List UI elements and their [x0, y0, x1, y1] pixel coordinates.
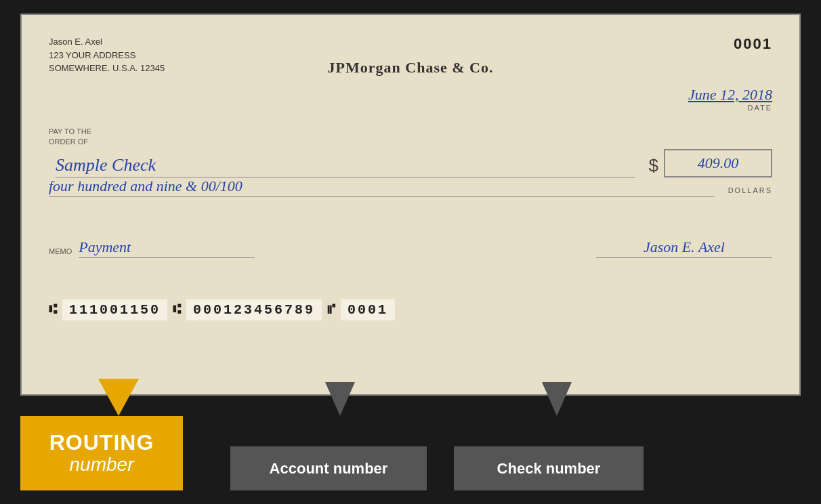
memo-left: MEMO Payment — [49, 238, 596, 258]
check-arrow — [542, 382, 572, 416]
micr-check-number: 0001 — [341, 299, 395, 320]
micr-section: ⑆ 111001150 ⑆ 000123456789 ⑈ 0001 — [49, 299, 772, 320]
check-body: 0001 Jason E. Axel 123 YOUR ADDRESS SOME… — [20, 14, 801, 396]
pay-to-label: PAY TO THE ORDER OF — [49, 127, 772, 148]
amount-words-section: four hundred and nine & 00/100 DOLLARS — [49, 177, 772, 197]
date-label: DATE — [688, 104, 772, 112]
pay-to-section: PAY TO THE ORDER OF Sample Check $ 409.0… — [49, 127, 772, 177]
signature-line: Jason E. Axel — [596, 238, 772, 258]
check-number-label-box: Check number — [454, 446, 644, 490]
address-line1: 123 YOUR ADDRESS — [49, 49, 165, 62]
micr-routing-number: 111001150 — [62, 299, 167, 320]
routing-label-top: ROUTING — [49, 431, 154, 455]
amount-words: four hundred and nine & 00/100 — [49, 177, 715, 197]
micr-routing-symbol-left: ⑆ — [49, 302, 57, 318]
micr-account-number: 000123456789 — [186, 299, 322, 320]
address-block: Jason E. Axel 123 YOUR ADDRESS SOMEWHERE… — [49, 35, 165, 75]
memo-value: Payment — [79, 238, 255, 258]
date-section: June 12, 2018 DATE — [688, 86, 772, 112]
routing-number-box: ROUTING number — [20, 416, 183, 490]
account-arrow — [325, 382, 355, 416]
check-number-label: Check number — [497, 460, 601, 478]
account-number-label-box: Account number — [230, 446, 427, 490]
memo-section: MEMO Payment Jason E. Axel — [49, 238, 772, 258]
date-value: June 12, 2018 — [688, 86, 772, 104]
dollar-sign: $ — [649, 155, 658, 177]
routing-label-bottom: number — [70, 455, 134, 476]
check-number-display: 0001 — [734, 35, 772, 53]
payee-name: Sample Check — [56, 155, 635, 177]
owner-name: Jason E. Axel — [49, 35, 165, 49]
routing-arrow — [98, 379, 139, 416]
memo-label: MEMO — [49, 247, 72, 258]
pay-to-line: Sample Check $ 409.00 — [49, 149, 772, 177]
micr-check-symbol: ⑈ — [327, 302, 335, 318]
micr-account-symbol-left: ⑆ — [173, 302, 181, 318]
address-line2: SOMEWHERE. U.S.A. 12345 — [49, 62, 165, 75]
bottom-area: ROUTING number Account number Check numb… — [0, 406, 821, 504]
account-number-label: Account number — [270, 460, 388, 478]
amount-box: 409.00 — [664, 149, 772, 177]
bank-name: JPMorgan Chase & Co. — [328, 59, 494, 77]
dollars-label: DOLLARS — [728, 186, 772, 197]
